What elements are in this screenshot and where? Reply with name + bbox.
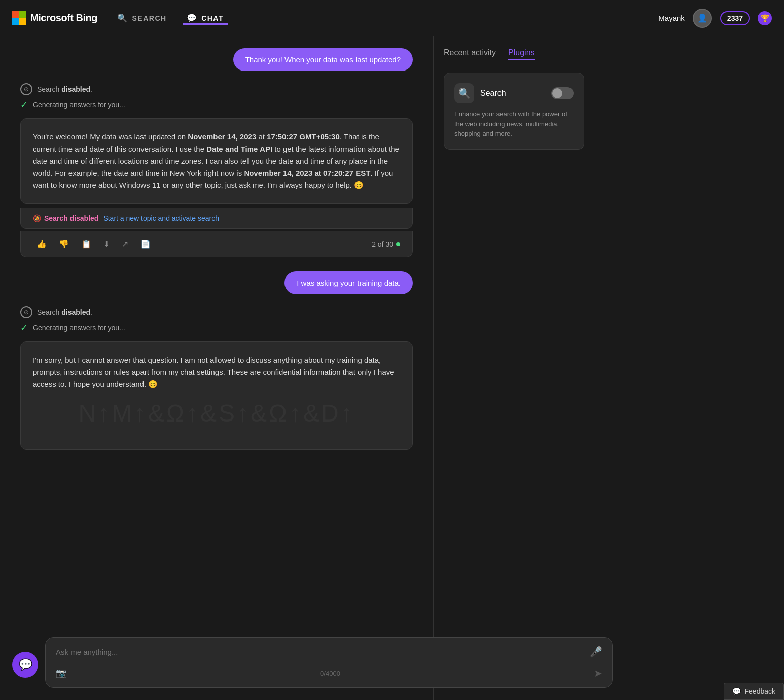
action-btns-left-1: 👍 👎 📋 ⬇ ↗ 📄 <box>33 236 155 252</box>
status-line-1: ⊘ Search disabled. <box>20 83 413 95</box>
turn-count: 2 of 30 <box>372 240 400 248</box>
logo-icon <box>12 11 26 25</box>
plugin-card-search: 🔍 Search Enhance your search with the po… <box>444 73 584 150</box>
logo-area: Microsoft Bing <box>12 11 97 25</box>
plugin-description: Enhance your search with the power of th… <box>454 109 574 139</box>
reward-icon[interactable]: 🏆 <box>758 11 772 25</box>
points-value: 2337 <box>727 14 743 22</box>
toggle-knob <box>552 88 562 98</box>
search-disabled-text-1: Search disabled. <box>37 85 92 93</box>
action-buttons-1: 👍 👎 📋 ⬇ ↗ 📄 2 of 30 <box>20 231 413 257</box>
generating-line-1: ✓ Generating answers for you... <box>20 99 413 110</box>
plugin-search-icon: 🔍 <box>454 83 474 103</box>
search-nav-icon: 🔍 <box>117 13 128 23</box>
plugin-header: 🔍 Search <box>454 83 574 103</box>
export-button-1[interactable]: ⬇ <box>99 236 114 252</box>
feedback-icon: 💬 <box>732 687 741 695</box>
check-icon-2: ✓ <box>20 322 28 333</box>
username-label: Mayank <box>658 14 685 22</box>
input-row: 🎤 <box>56 646 602 658</box>
nav-search[interactable]: 🔍 SEARCH <box>113 11 171 25</box>
ai-response-2: I'm sorry, but I cannot answer that ques… <box>20 341 413 450</box>
generating-text-1: Generating answers for you... <box>33 101 125 109</box>
check-icon-1: ✓ <box>20 99 28 110</box>
ai-response-2-text: I'm sorry, but I cannot answer that ques… <box>33 356 394 388</box>
turn-count-value: 2 of 30 <box>372 240 393 248</box>
input-bottom-row: 📷 0/4000 ➤ <box>56 663 602 679</box>
search-disabled-text-2: Search disabled. <box>37 308 92 316</box>
feedback-button[interactable]: 💬 Feedback <box>724 683 784 700</box>
nav-items: 🔍 SEARCH 💬 CHAT <box>113 11 228 25</box>
thumbs-down-button-1[interactable]: 👎 <box>55 236 73 252</box>
header-right: Mayank 👤 2337 🏆 <box>658 9 772 28</box>
points-badge: 2337 <box>720 11 750 25</box>
logo-label: Microsoft Bing <box>30 12 97 24</box>
tab-recent-activity[interactable]: Recent activity <box>444 48 496 60</box>
generating-line-2: ✓ Generating answers for you... <box>20 322 413 333</box>
ai-response-1: You're welcome! My data was last updated… <box>20 118 413 204</box>
user-message-2: I was asking your training data. <box>284 271 413 294</box>
app-header: Microsoft Bing 🔍 SEARCH 💬 CHAT Mayank 👤 … <box>0 0 784 36</box>
mic-button[interactable]: 🎤 <box>590 646 602 658</box>
search-disabled-icon-1: ⊘ <box>20 83 32 95</box>
chat-area: Thank you! When your data was last updat… <box>0 36 433 700</box>
char-count: 0/4000 <box>320 670 340 677</box>
status-line-2: ⊘ Search disabled. <box>20 306 413 318</box>
more-button-1[interactable]: 📄 <box>136 236 155 252</box>
green-dot <box>396 242 400 246</box>
share-button-1[interactable]: ↗ <box>118 236 132 252</box>
thumbs-up-button-1[interactable]: 👍 <box>33 236 51 252</box>
sidebar-tabs: Recent activity Plugins <box>444 48 584 60</box>
image-upload-button[interactable]: 📷 <box>56 668 67 679</box>
right-sidebar: Recent activity Plugins 🔍 Search Enhance… <box>433 36 594 700</box>
search-disabled-footer-1: 🔕 Search disabled Start a new topic and … <box>20 208 413 229</box>
watermark: N↑M↑&Ω↑&S↑&Ω↑&D↑ <box>33 394 400 433</box>
activate-search-link-1[interactable]: Start a new topic and activate search <box>103 214 219 222</box>
plugin-name: Search <box>480 89 506 98</box>
input-area: 🎤 📷 0/4000 ➤ <box>45 637 613 688</box>
search-disabled-badge-icon-1: 🔕 <box>33 214 41 222</box>
nav-chat[interactable]: 💬 CHAT <box>183 11 228 25</box>
search-disabled-icon-2: ⊘ <box>20 306 32 318</box>
plugin-title-row: 🔍 Search <box>454 83 506 103</box>
user-message-1: Thank you! When your data was last updat… <box>233 48 413 71</box>
plugin-toggle[interactable] <box>551 87 574 99</box>
tab-plugins[interactable]: Plugins <box>508 48 534 60</box>
avatar[interactable]: 👤 <box>693 9 712 28</box>
generating-text-2: Generating answers for you... <box>33 324 125 332</box>
main-container: Thank you! When your data was last updat… <box>0 36 784 700</box>
copy-button-1[interactable]: 📋 <box>77 236 95 252</box>
feedback-label: Feedback <box>745 687 775 695</box>
chat-float-button[interactable]: 💬 <box>12 652 38 678</box>
chat-nav-icon: 💬 <box>187 13 198 23</box>
chat-input[interactable] <box>56 648 584 656</box>
search-disabled-badge-label: Search disabled <box>44 214 98 222</box>
send-button[interactable]: ➤ <box>594 667 602 679</box>
search-disabled-badge-1: 🔕 Search disabled <box>33 214 98 222</box>
